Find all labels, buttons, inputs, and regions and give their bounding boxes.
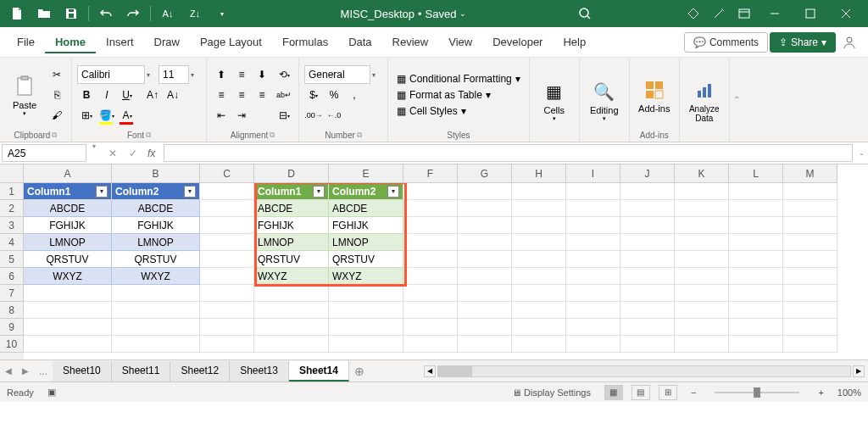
- cell[interactable]: [729, 268, 783, 285]
- zoom-in-button[interactable]: +: [813, 386, 828, 399]
- cell[interactable]: [783, 336, 837, 353]
- bold-button[interactable]: B: [77, 86, 96, 104]
- cell[interactable]: [512, 234, 566, 251]
- increase-font-button[interactable]: A↑: [143, 86, 162, 104]
- menu-help[interactable]: Help: [553, 31, 596, 53]
- cell[interactable]: [729, 285, 783, 302]
- editing-button[interactable]: 🔍Editing▾: [585, 70, 624, 130]
- cell[interactable]: [675, 319, 729, 336]
- cell[interactable]: ABCDE: [329, 200, 403, 217]
- clipboard-launcher[interactable]: ⧉: [52, 131, 57, 140]
- cell[interactable]: WXYZ: [329, 268, 403, 285]
- increase-indent-button[interactable]: ⇥: [232, 106, 251, 125]
- cell[interactable]: [620, 285, 675, 302]
- decrease-indent-button[interactable]: ⇤: [212, 106, 231, 125]
- row-header-4[interactable]: 4: [0, 234, 24, 251]
- tab-scroll-right[interactable]: ▶: [17, 362, 34, 381]
- cell[interactable]: [620, 217, 675, 234]
- cell[interactable]: [24, 319, 112, 336]
- row-header-8[interactable]: 8: [0, 302, 24, 319]
- row-header-9[interactable]: 9: [0, 319, 24, 336]
- col-header-D[interactable]: D: [254, 164, 329, 183]
- border-button[interactable]: ⊞▾: [77, 106, 96, 125]
- cell[interactable]: [675, 200, 729, 217]
- cell[interactable]: [729, 217, 783, 234]
- select-all-corner[interactable]: [0, 164, 24, 183]
- cell[interactable]: [458, 234, 512, 251]
- cell[interactable]: [329, 336, 403, 353]
- cell[interactable]: [729, 336, 783, 353]
- cell[interactable]: [675, 234, 729, 251]
- cell[interactable]: [200, 319, 254, 336]
- cell[interactable]: [200, 234, 254, 251]
- cell[interactable]: [24, 285, 112, 302]
- col-header-H[interactable]: H: [512, 164, 566, 183]
- cell[interactable]: [729, 251, 783, 268]
- orientation-button[interactable]: ⟲▾: [275, 65, 293, 84]
- hscroll-track[interactable]: [437, 365, 851, 377]
- filter-button[interactable]: ▼: [387, 186, 399, 198]
- menu-data[interactable]: Data: [338, 31, 381, 53]
- cell[interactable]: [729, 200, 783, 217]
- cell[interactable]: [200, 183, 254, 200]
- col-header-F[interactable]: F: [403, 164, 458, 183]
- cell[interactable]: [458, 319, 512, 336]
- accept-formula-button[interactable]: ✓: [124, 145, 142, 162]
- cell[interactable]: [512, 336, 566, 353]
- italic-button[interactable]: I: [97, 86, 116, 104]
- cell[interactable]: [675, 183, 729, 200]
- filter-button[interactable]: ▼: [96, 186, 108, 198]
- cell[interactable]: [403, 336, 458, 353]
- cell[interactable]: [254, 285, 329, 302]
- col-header-M[interactable]: M: [783, 164, 837, 183]
- cell[interactable]: [783, 319, 837, 336]
- cell[interactable]: LMNOP: [112, 234, 200, 251]
- undo-icon[interactable]: [94, 2, 118, 25]
- sort-desc-icon[interactable]: Z↓: [183, 2, 207, 25]
- cell[interactable]: [403, 319, 458, 336]
- format-table-button[interactable]: ▦ Format as Table ▾: [393, 88, 524, 102]
- cell[interactable]: [403, 285, 458, 302]
- cell[interactable]: LMNOP: [254, 234, 329, 251]
- open-folder-icon[interactable]: [32, 2, 56, 25]
- filter-button[interactable]: ▼: [313, 186, 325, 198]
- page-layout-view-button[interactable]: ▤: [632, 385, 650, 400]
- comments-button[interactable]: 💬 Comments: [684, 32, 768, 53]
- font-launcher[interactable]: ⧉: [146, 131, 151, 140]
- cell[interactable]: Column2▼: [112, 183, 200, 200]
- expand-formula-button[interactable]: ⌄: [854, 142, 868, 164]
- analyze-data-button[interactable]: Analyze Data: [685, 70, 724, 130]
- formula-input[interactable]: [164, 144, 853, 162]
- cell[interactable]: [458, 183, 512, 200]
- cell[interactable]: ABCDE: [254, 200, 329, 217]
- share-button[interactable]: ⇪ Share ▾: [770, 32, 836, 53]
- row-header-5[interactable]: 5: [0, 251, 24, 268]
- cell[interactable]: [403, 183, 458, 200]
- sheet-tab-sheet12[interactable]: Sheet12: [170, 361, 230, 382]
- search-icon[interactable]: [573, 2, 597, 25]
- sort-asc-icon[interactable]: A↓: [156, 2, 180, 25]
- cell[interactable]: [729, 183, 783, 200]
- col-header-G[interactable]: G: [458, 164, 512, 183]
- cell[interactable]: [329, 319, 403, 336]
- cell[interactable]: [783, 251, 837, 268]
- cell[interactable]: [112, 319, 200, 336]
- cell[interactable]: [675, 302, 729, 319]
- cell[interactable]: [403, 217, 458, 234]
- row-header-6[interactable]: 6: [0, 268, 24, 285]
- cell[interactable]: [458, 251, 512, 268]
- row-header-1[interactable]: 1: [0, 183, 24, 200]
- row-header-10[interactable]: 10: [0, 336, 24, 353]
- sheet-tab-sheet14[interactable]: Sheet14: [289, 361, 349, 382]
- cell[interactable]: [566, 234, 620, 251]
- tab-scroll-left[interactable]: ◀: [0, 362, 17, 381]
- increase-decimal-button[interactable]: .00→: [304, 106, 323, 125]
- cell[interactable]: [254, 302, 329, 319]
- display-settings-button[interactable]: 🖥 Display Settings: [507, 386, 596, 399]
- align-bottom-button[interactable]: ⬇: [253, 65, 271, 84]
- cell[interactable]: FGHIJK: [24, 217, 112, 234]
- cell[interactable]: [620, 302, 675, 319]
- cell[interactable]: [458, 200, 512, 217]
- cell[interactable]: FGHIJK: [329, 217, 403, 234]
- cell[interactable]: [675, 336, 729, 353]
